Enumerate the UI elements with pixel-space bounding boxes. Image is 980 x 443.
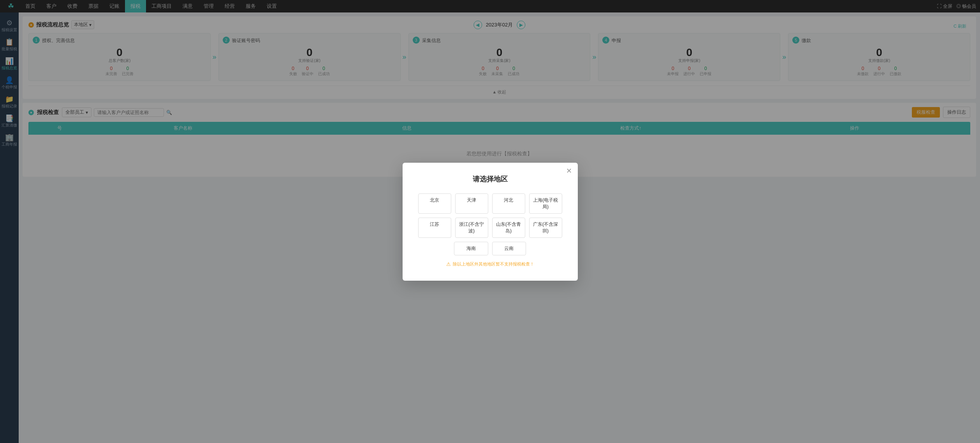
region-grid-row3: 海南 云南 [418,242,562,255]
modal-overlay[interactable]: ✕ 请选择地区 北京 天津 河北 上海(电子税局) 江苏 浙江(不含宁波) 山东… [0,0,980,443]
region-btn-hebei[interactable]: 河北 [492,193,525,214]
region-btn-tianjin[interactable]: 天津 [455,193,488,214]
warning-icon: ⚠ [446,261,451,267]
region-btn-yunnan[interactable]: 云南 [492,242,526,255]
region-btn-shanghai[interactable]: 上海(电子税局) [529,193,562,214]
region-grid-row2: 江苏 浙江(不含宁波) 山东(不含青岛) 广东(不含深圳) [418,218,562,238]
modal-close-btn[interactable]: ✕ [566,167,572,174]
modal-title: 请选择地区 [418,174,562,184]
region-btn-shandong[interactable]: 山东(不含青岛) [492,218,525,238]
region-grid-row1: 北京 天津 河北 上海(电子税局) [418,193,562,214]
region-btn-hainan[interactable]: 海南 [454,242,488,255]
modal-warning: ⚠ 除以上地区外其他地区暂不支持报税检查！ [418,261,562,267]
region-btn-jiangsu[interactable]: 江苏 [418,218,451,238]
region-select-modal: ✕ 请选择地区 北京 天津 河北 上海(电子税局) 江苏 浙江(不含宁波) 山东… [403,163,578,281]
region-btn-zhejiang[interactable]: 浙江(不含宁波) [455,218,488,238]
region-btn-beijing[interactable]: 北京 [418,193,451,214]
region-btn-guangdong[interactable]: 广东(不含深圳) [529,218,562,238]
modal-warning-text: 除以上地区外其他地区暂不支持报税检查！ [453,261,534,267]
